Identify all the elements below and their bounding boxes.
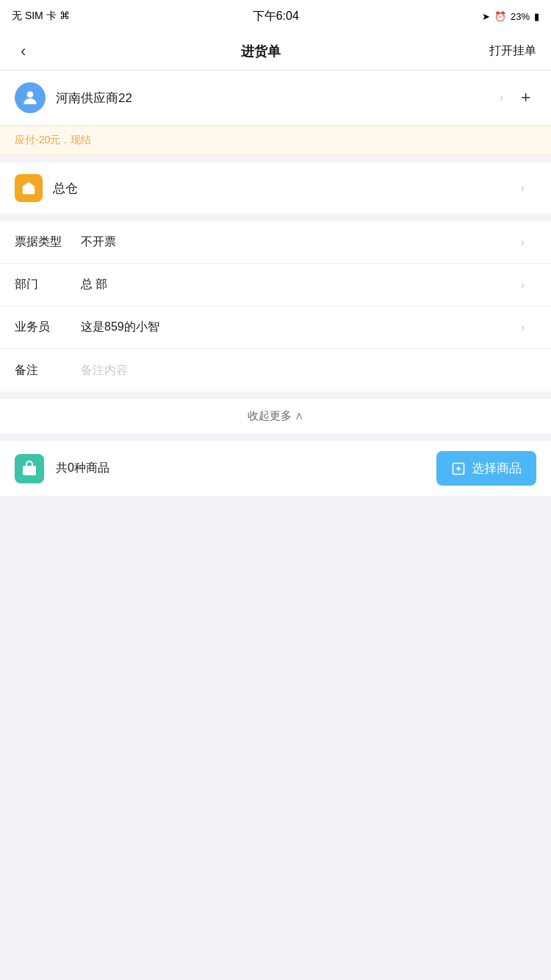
invoice-type-chevron-icon: › xyxy=(521,236,525,249)
supplier-row[interactable]: 河南供应商22 › + xyxy=(0,71,551,126)
battery-icon: ▮ xyxy=(534,11,539,22)
svg-rect-1 xyxy=(26,189,31,194)
nav-bar: ‹ 进货单 打开挂单 xyxy=(0,32,551,71)
product-count-label: 共0种商品 xyxy=(56,461,425,476)
page-title: 进货单 xyxy=(241,43,281,60)
select-product-button[interactable]: 选择商品 xyxy=(436,451,536,486)
status-bar: 无 SIM 卡 ⌘ 下午6:04 ➤ ⏰ 23% ▮ xyxy=(0,0,551,32)
department-chevron-icon: › xyxy=(521,278,525,292)
back-button[interactable]: ‹ xyxy=(15,36,32,67)
svg-point-0 xyxy=(27,91,34,98)
alarm-icon: ⏰ xyxy=(494,11,506,22)
salesperson-chevron-icon: › xyxy=(521,321,525,334)
invoice-type-row[interactable]: 票据类型 不开票 › xyxy=(0,221,551,264)
department-row[interactable]: 部门 总 部 › xyxy=(0,264,551,306)
remark-row[interactable]: 备注 备注内容 xyxy=(0,349,551,392)
supplier-name: 河南供应商22 xyxy=(56,90,500,107)
status-carrier: 无 SIM 卡 ⌘ xyxy=(12,10,70,23)
open-pending-button[interactable]: 打开挂单 xyxy=(489,43,536,59)
supplier-chevron-icon: › xyxy=(500,91,503,104)
salesperson-value: 这是859的小智 xyxy=(81,320,521,335)
remark-label: 备注 xyxy=(15,363,73,378)
invoice-type-label: 票据类型 xyxy=(15,234,73,250)
department-value: 总 部 xyxy=(81,277,521,292)
salesperson-label: 业务员 xyxy=(15,320,73,335)
form-section: 票据类型 不开票 › 部门 总 部 › 业务员 这是859的小智 › 备注 备注… xyxy=(0,221,551,392)
select-product-label: 选择商品 xyxy=(472,460,522,477)
location-icon: ➤ xyxy=(482,11,490,22)
battery-label: 23% xyxy=(511,11,530,22)
product-icon xyxy=(15,454,44,483)
supplier-avatar xyxy=(15,82,46,113)
supplier-card: 河南供应商22 › + 应付-20元，现结 xyxy=(0,71,551,155)
add-supplier-button[interactable]: + xyxy=(515,85,536,110)
salesperson-row[interactable]: 业务员 这是859的小智 › xyxy=(0,306,551,349)
bottom-bar: 共0种商品 选择商品 xyxy=(0,441,551,496)
content-area: 河南供应商22 › + 应付-20元，现结 总仓 › 票据类型 不开票 › 部门 xyxy=(0,71,551,702)
department-label: 部门 xyxy=(15,277,73,292)
warehouse-row[interactable]: 总仓 › xyxy=(0,162,551,214)
collapse-more-button[interactable]: 收起更多 ∧ xyxy=(0,399,551,433)
empty-area xyxy=(0,496,551,702)
invoice-type-value: 不开票 xyxy=(81,234,521,250)
warehouse-card: 总仓 › xyxy=(0,162,551,214)
status-time: 下午6:04 xyxy=(253,9,299,24)
warehouse-icon xyxy=(15,174,43,202)
warehouse-chevron-icon: › xyxy=(521,181,525,195)
status-icons: ➤ ⏰ 23% ▮ xyxy=(482,11,539,22)
supplier-notice: 应付-20元，现结 xyxy=(0,126,551,155)
warehouse-name: 总仓 xyxy=(53,180,521,197)
remark-input[interactable]: 备注内容 xyxy=(81,363,536,378)
